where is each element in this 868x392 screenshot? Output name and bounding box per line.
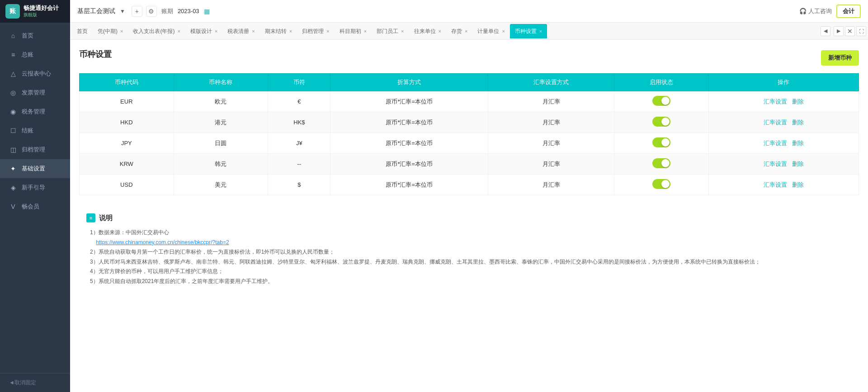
tab-close-department[interactable]: × [401,28,404,34]
sidebar-item-member[interactable]: V 畅会员 [0,197,70,216]
settings-icon[interactable]: ⚙ [146,6,157,17]
toggle-track-4 [652,179,670,189]
cell-status-0[interactable] [614,91,709,112]
add-currency-button[interactable]: 新增币种 [821,50,859,66]
tab-close-currency[interactable]: × [539,28,542,34]
tab-units[interactable]: 计量单位× [472,24,509,38]
calendar-icon[interactable]: ▦ [204,8,210,15]
delete-link-2[interactable]: 删除 [792,140,804,146]
tab-label-units: 计量单位 [477,28,499,35]
sidebar-item-archive[interactable]: ◫ 归档管理 [0,140,70,159]
toggle-1[interactable] [652,117,670,127]
tab-maximize-button[interactable]: ⛶ [856,26,866,36]
tab-close-clients[interactable]: × [439,28,441,34]
sidebar-item-tax[interactable]: ◉ 税务管理 [0,102,70,121]
table-row: JPY 日圆 J¥ 原币*汇率=本位币 月汇率 汇率设置 删除 [80,133,859,154]
tab-income[interactable]: 收入支出表(年报)× [128,24,185,38]
tab-subjects[interactable]: 科目期初× [335,24,372,38]
notes-item-0: 1）数据来源：中国外汇交易中心 [86,228,852,238]
sidebar-item-label-member: 畅会员 [22,203,39,211]
cell-actions-2: 汇率设置 删除 [708,133,859,154]
add-tab-button[interactable]: + [132,6,142,17]
tab-close-taxclear[interactable]: × [252,28,255,34]
tab-template[interactable]: 模版设计× [185,24,222,38]
rate-setting-link-4[interactable]: 汇率设置 [764,181,787,188]
headset-icon: 🎧 [799,8,807,14]
cell-code-2: JPY [80,133,174,154]
tab-currency[interactable]: 币种设置× [510,24,547,38]
tab-balance[interactable]: 凭(中期)× [93,24,128,38]
cell-actions-0: 汇率设置 删除 [708,91,859,112]
workspace-dropdown-icon[interactable]: ▼ [120,8,125,14]
cell-status-4[interactable] [614,175,709,195]
top-header: 基层工会测试 ▼ + ⚙ 账期 2023-03 ▦ 🎧 人工咨询 会计 [70,0,868,23]
sidebar-pin-toggle[interactable]: ◄取消固定 [0,373,70,392]
tab-close-archive-mgmt[interactable]: × [326,28,329,34]
tab-close-income[interactable]: × [177,28,180,34]
tab-department[interactable]: 部门员工× [372,24,409,38]
cell-status-3[interactable] [614,154,709,175]
cell-actions-3: 汇率设置 删除 [708,154,859,175]
sidebar-item-ledger[interactable]: ≡ 总账 [0,45,70,64]
sidebar-item-label-ledger: 总账 [22,51,33,59]
cell-rate-type-3: 月汇率 [488,154,614,175]
toggle-3[interactable] [652,158,670,168]
tab-close-all-button[interactable]: ✕ [845,26,855,36]
notes-title: ≡ 说明 [86,213,852,222]
notes-link[interactable]: https://www.chinamoney.com.cn/chinese/bk… [96,239,229,246]
sidebar-item-settings[interactable]: ✦ 基础设置 [0,159,70,178]
delete-link-4[interactable]: 删除 [792,181,804,188]
cell-code-0: EUR [80,91,174,112]
sidebar-item-label-reports: 云报表中心 [22,70,51,78]
tab-taxclear[interactable]: 税表清册× [222,24,259,38]
rate-setting-link-0[interactable]: 汇率设置 [764,98,787,105]
table-row: KRW 韩元 -- 原币*汇率=本位币 月汇率 汇率设置 删除 [80,154,859,175]
sidebar-item-checkout[interactable]: ☐ 结账 [0,121,70,140]
cell-status-2[interactable] [614,133,709,154]
tax-icon: ◉ [9,108,17,116]
tab-home[interactable]: 首页 [72,24,93,38]
tab-close-inventory[interactable]: × [465,28,467,34]
rate-setting-link-2[interactable]: 汇率设置 [764,140,787,146]
delete-link-1[interactable]: 删除 [792,119,804,126]
tab-close-template[interactable]: × [215,28,217,34]
tab-period-end[interactable]: 期末结转× [260,24,297,38]
toggle-4[interactable] [652,179,670,189]
tab-bar: 首页凭(中期)×收入支出表(年报)×模版设计×税表清册×期末结转×归档管理×科目… [70,23,868,40]
sidebar-item-reports[interactable]: △ 云报表中心 [0,64,70,83]
toggle-0[interactable] [652,96,670,106]
cell-code-3: KRW [80,154,174,175]
cell-symbol-4: $ [268,175,330,195]
tab-next-button[interactable]: ▶ [834,26,844,36]
tab-prev-button[interactable]: ◀ [821,26,830,36]
delete-link-0[interactable]: 删除 [792,98,804,105]
tab-label-balance: 凭(中期) [98,28,118,35]
rate-setting-link-1[interactable]: 汇率设置 [764,119,787,126]
col-name: 币种名称 [174,74,268,91]
sidebar-item-invoice[interactable]: ◎ 发票管理 [0,83,70,102]
sidebar: 账 畅捷通好会计 旗舰版 ⌂ 首页 ≡ 总账 △ 云报表中心 ◎ 发票管理 ◉ … [0,0,70,392]
rate-setting-link-3[interactable]: 汇率设置 [764,161,787,167]
cell-rate-type-0: 月汇率 [488,91,614,112]
cell-status-1[interactable] [614,112,709,133]
tab-inventory[interactable]: 存货× [446,24,472,38]
cell-rate-type-2: 月汇率 [488,133,614,154]
delete-link-3[interactable]: 删除 [792,161,804,167]
tab-clients[interactable]: 往来单位× [409,24,446,38]
tab-archive-mgmt[interactable]: 归档管理× [297,24,334,38]
cell-symbol-1: HK$ [268,112,330,133]
tab-close-period-end[interactable]: × [289,28,292,34]
cell-actions-1: 汇率设置 删除 [708,112,859,133]
tab-close-units[interactable]: × [502,28,505,34]
sidebar-item-home[interactable]: ⌂ 首页 [0,26,70,45]
tab-close-subjects[interactable]: × [364,28,367,34]
consult-button[interactable]: 🎧 人工咨询 [799,7,832,15]
account-button[interactable]: 会计 [836,5,861,18]
tab-close-balance[interactable]: × [120,28,123,34]
currency-table: 币种代码 币种名称 币符 折算方式 汇率设置方式 启用状态 操作 EUR 欧元 … [79,73,859,195]
notes-section: ≡ 说明 1）数据来源：中国外汇交易中心 https://www.chinamo… [79,206,859,294]
toggle-2[interactable] [652,137,670,147]
toggle-thumb-3 [661,159,670,167]
sidebar-item-guide[interactable]: ◈ 新手引导 [0,178,70,197]
cell-rate-type-4: 月汇率 [488,175,614,195]
